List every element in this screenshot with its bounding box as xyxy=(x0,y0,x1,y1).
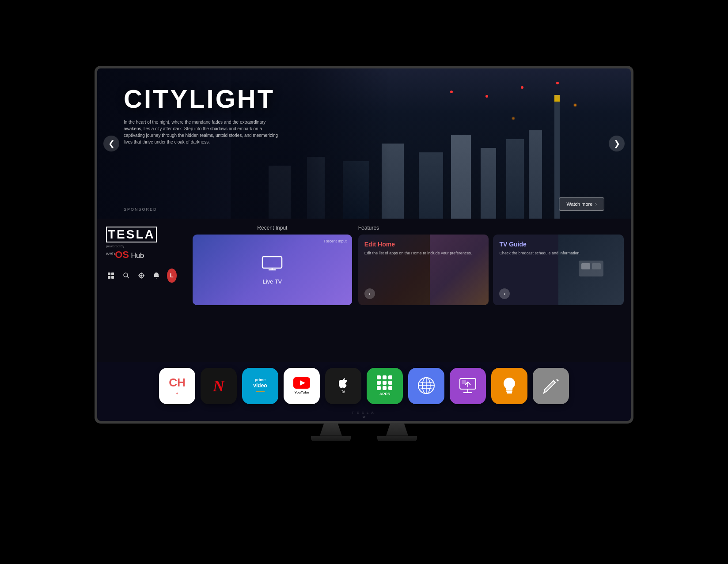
svg-rect-25 xyxy=(507,392,512,394)
channelplus-icon: CH xyxy=(169,376,186,390)
app-apple-tv[interactable]: tv xyxy=(325,368,361,404)
app-notes[interactable] xyxy=(533,368,569,404)
svg-line-5 xyxy=(127,276,129,278)
user-avatar[interactable]: L xyxy=(167,269,177,283)
main-content: Recent Input Recent Input xyxy=(186,219,631,362)
tesla-logo-text: TESLA xyxy=(106,227,157,242)
webos-hub-logo: webOS Hub xyxy=(106,249,177,261)
prime-arrow-icon: —— xyxy=(253,389,267,394)
tesla-bottom-logo: TESLA xyxy=(352,411,376,415)
recent-input-section: Recent Input Recent Input xyxy=(193,225,352,356)
web-text: web xyxy=(106,250,115,256)
svg-rect-9 xyxy=(262,257,282,268)
stand-feet xyxy=(311,436,417,441)
prev-slide-button[interactable]: ❮ xyxy=(103,136,119,151)
svg-rect-0 xyxy=(108,273,110,275)
watch-more-button[interactable]: Watch more › xyxy=(559,197,604,211)
prime-video-text: video xyxy=(253,382,267,389)
screenshare-icon xyxy=(459,378,477,394)
sponsored-label: SPONSORED xyxy=(124,207,157,212)
sidebar: TESLA powered by webOS Hub xyxy=(97,219,186,362)
bottom-area: TESLA powered by webOS Hub xyxy=(97,219,631,362)
tv-outer: ❮ CITYLIGHT In the heart of the night, w… xyxy=(81,66,647,499)
hero-content: CITYLIGHT In the heart of the night, whe… xyxy=(124,86,278,145)
tv-screen: ❮ CITYLIGHT In the heart of the night, w… xyxy=(97,68,631,421)
tv-guide-card[interactable]: TV Guide Check the brodcast schedule and… xyxy=(493,235,624,305)
apps-label: APPS xyxy=(379,392,391,396)
hero-description: In the heart of the night, where the mun… xyxy=(124,119,278,145)
stand-foot-left xyxy=(311,436,351,441)
tips-icon xyxy=(502,377,517,395)
prime-text: prime xyxy=(253,378,267,382)
tv-stand xyxy=(311,424,417,441)
netflix-icon: N xyxy=(213,377,224,395)
browser-icon xyxy=(417,377,435,395)
channelplus-label: + xyxy=(176,391,178,396)
hero-title: CITYLIGHT xyxy=(124,86,278,112)
app-screenshare[interactable] xyxy=(450,368,486,404)
apple-tv-icon: tv xyxy=(339,378,348,394)
apple-tv-label: tv xyxy=(341,389,345,394)
app-youtube[interactable]: YouTube xyxy=(284,368,320,404)
svg-point-8 xyxy=(140,274,143,276)
recent-input-label: Recent Input xyxy=(193,225,352,231)
svg-rect-23 xyxy=(462,380,466,384)
stand-leg-right xyxy=(386,423,408,436)
sidebar-icon-notifications[interactable] xyxy=(152,269,161,283)
tv-guide-content: TV Guide Check the brodcast schedule and… xyxy=(493,235,624,305)
svg-rect-3 xyxy=(111,276,114,279)
edit-home-content: Edit Home Edit the list of apps on the H… xyxy=(358,235,489,305)
app-channelplus[interactable]: CH + xyxy=(159,368,195,404)
app-apps[interactable]: APPS xyxy=(367,368,403,404)
os-text: OS xyxy=(115,249,129,260)
recent-input-card[interactable]: Recent Input Live TV xyxy=(193,235,352,305)
app-tips[interactable] xyxy=(491,368,527,404)
sidebar-icons-row: L xyxy=(106,269,177,283)
arrow-right-icon: ❯ xyxy=(614,139,620,148)
watch-more-label: Watch more xyxy=(566,201,592,207)
avatar-letter: L xyxy=(170,272,174,279)
sidebar-icon-settings[interactable] xyxy=(136,269,146,283)
notes-icon xyxy=(543,377,559,395)
stand-leg-left xyxy=(320,423,342,436)
watch-more-arrow-icon: › xyxy=(595,201,597,207)
next-slide-button[interactable]: ❯ xyxy=(609,136,625,151)
arrow-left-icon: ❮ xyxy=(108,139,115,148)
sidebar-icon-dashboard[interactable] xyxy=(106,269,116,283)
edit-home-description: Edit the list of apps on the Home to inc… xyxy=(364,250,483,288)
app-netflix[interactable]: N xyxy=(201,368,237,404)
youtube-icon xyxy=(293,377,310,389)
powered-by-label: powered by xyxy=(106,244,177,248)
svg-point-4 xyxy=(124,273,128,277)
sections-row: Recent Input Recent Input xyxy=(193,225,624,356)
app-prime-video[interactable]: prime video —— xyxy=(242,368,278,404)
live-tv-icon xyxy=(262,255,283,275)
tesla-logo: TESLA xyxy=(106,227,177,242)
features-grid: Edit Home Edit the list of apps on the H… xyxy=(358,235,624,305)
hub-text: Hub xyxy=(129,252,144,259)
svg-rect-24 xyxy=(506,390,512,392)
tv-frame: ❮ CITYLIGHT In the heart of the night, w… xyxy=(95,66,633,424)
edit-home-title: Edit Home xyxy=(364,241,483,248)
recent-input-card-label: Recent Input xyxy=(324,239,347,243)
live-tv-label: Live TV xyxy=(262,278,282,285)
sidebar-icon-search[interactable] xyxy=(121,269,131,283)
edit-home-arrow[interactable]: › xyxy=(364,288,375,299)
youtube-label: YouTube xyxy=(294,390,309,394)
tv-guide-arrow[interactable]: › xyxy=(499,288,510,299)
tv-guide-description: Check the brodcast schedule and Informat… xyxy=(499,250,618,288)
hero-banner: ❮ CITYLIGHT In the heart of the night, w… xyxy=(97,68,631,219)
prime-content: prime video —— xyxy=(253,378,267,394)
app-browser[interactable] xyxy=(408,368,444,404)
svg-rect-2 xyxy=(108,276,110,279)
svg-rect-1 xyxy=(111,273,114,275)
apps-row: CH + N prime video —— xyxy=(97,362,631,410)
tv-guide-title: TV Guide xyxy=(499,241,618,248)
apps-grid-icon xyxy=(377,375,393,390)
features-section-label: Features xyxy=(358,225,624,231)
edit-home-card[interactable]: Edit Home Edit the list of apps on the H… xyxy=(358,235,489,305)
stand-foot-right xyxy=(377,436,417,441)
features-section: Features Edit Home Edit the list of apps… xyxy=(358,225,624,356)
